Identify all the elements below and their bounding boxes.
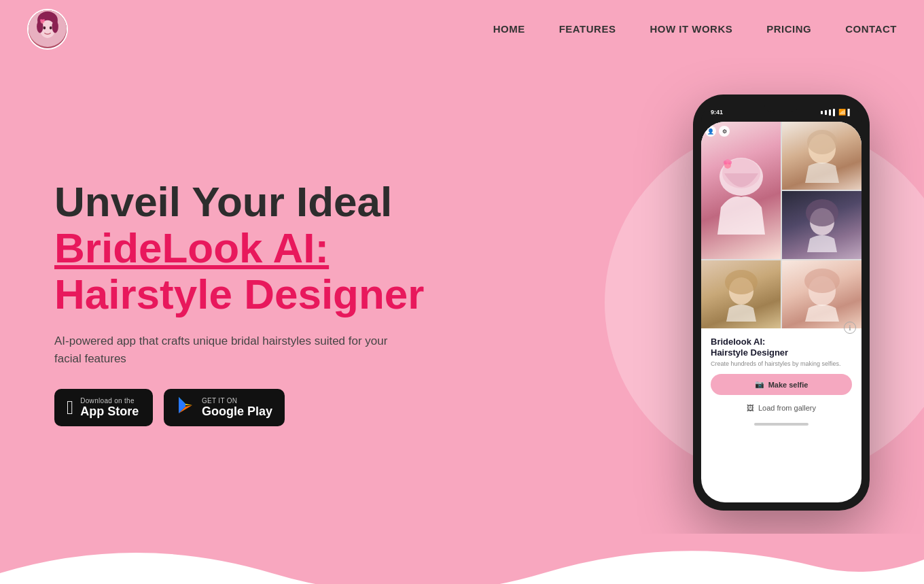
hero-title-line3: Hairstyle Designer <box>54 271 424 317</box>
nav-links: HOME FEATURES HOW IT WORKS PRICING CONTA… <box>493 23 897 35</box>
phone-status-bar: 9:41 📶 ▌ <box>701 103 861 122</box>
nav-item-home[interactable]: HOME <box>493 23 525 35</box>
nav-item-pricing[interactable]: PRICING <box>766 23 811 35</box>
hero-description: AI-powered app that crafts unique bridal… <box>54 332 408 367</box>
signal-bar-2 <box>825 110 827 115</box>
phone-status-icons: 📶 ▌ <box>821 109 852 116</box>
svg-point-27 <box>725 270 758 294</box>
nav-item-how-it-works[interactable]: HOW IT WORKS <box>650 23 732 35</box>
logo[interactable] <box>27 9 68 50</box>
gallery-icon: 🖼 <box>747 404 754 412</box>
face-svg-1 <box>711 146 772 235</box>
signal-bar-1 <box>821 111 823 114</box>
svg-point-5 <box>43 26 46 29</box>
nav-item-contact[interactable]: CONTACT <box>845 23 897 35</box>
phone-app-desc: Create hundreds of hairstyles by making … <box>711 360 852 367</box>
phone-home-indicator <box>754 423 808 426</box>
hero-right: 9:41 📶 ▌ <box>693 95 870 511</box>
hair-photo-3 <box>782 191 861 259</box>
svg-point-4 <box>52 20 58 33</box>
face-area-5 <box>782 260 861 328</box>
wifi-icon: 📶 <box>838 109 846 116</box>
app-store-label-top: Download on the <box>80 397 139 405</box>
logo-image <box>29 9 67 48</box>
camera-icon: 📷 <box>755 380 764 389</box>
phone-mockup: 9:41 📶 ▌ <box>693 95 870 511</box>
google-play-text: GET IT ON Google Play <box>202 397 272 419</box>
hero-section: Unveil Your Ideal BrideLook AI: Hairstyl… <box>0 58 924 534</box>
face-area-2 <box>782 122 861 190</box>
phone-bottom-panel: ℹ Bridelook AI:Hairstyle Designer Create… <box>701 328 861 434</box>
svg-point-9 <box>43 18 46 21</box>
face-svg-3 <box>802 198 842 252</box>
wave-container <box>0 532 924 584</box>
face-svg-4 <box>721 267 762 322</box>
battery-icon: ▌ <box>848 109 852 116</box>
hero-left: Unveil Your Ideal BrideLook AI: Hairstyl… <box>54 179 424 427</box>
signal-bar-4 <box>833 109 835 116</box>
svg-point-29 <box>804 269 840 293</box>
phone-gallery-button[interactable]: 🖼 Load from gallery <box>711 398 852 417</box>
app-store-text: Download on the App Store <box>80 397 139 419</box>
google-play-label-main: Google Play <box>202 405 272 419</box>
phone-selfie-button[interactable]: 📷 Make selfie <box>711 374 852 395</box>
face-area-1 <box>701 122 781 259</box>
wave-svg <box>0 532 924 584</box>
app-store-label-main: App Store <box>80 405 139 419</box>
phone-time: 9:41 <box>711 109 723 116</box>
svg-point-21 <box>726 159 730 163</box>
face-svg-2 <box>802 128 842 183</box>
google-play-icon <box>176 396 195 419</box>
svg-point-25 <box>806 199 838 226</box>
phone-frame: 9:41 📶 ▌ <box>693 95 870 511</box>
phone-notch <box>764 103 798 112</box>
google-play-label-top: GET IT ON <box>202 397 272 405</box>
info-icon: ℹ <box>844 322 856 334</box>
hair-photo-5 <box>782 260 861 328</box>
navbar: HOME FEATURES HOW IT WORKS PRICING CONTA… <box>0 0 924 58</box>
phone-app-title: Bridelook AI:Hairstyle Designer <box>711 337 852 358</box>
hero-title-line2: BrideLook AI: <box>54 225 424 271</box>
svg-point-6 <box>50 26 52 29</box>
face-area-4 <box>701 260 781 328</box>
app-store-button[interactable]:  Download on the App Store <box>54 389 153 426</box>
hair-photo-4 <box>701 260 781 328</box>
hair-photo-1: 👤 ⚙ <box>701 122 781 259</box>
face-svg-5 <box>802 267 842 322</box>
hero-title-line1: Unveil Your Ideal <box>54 179 424 225</box>
apple-icon:  <box>67 397 73 419</box>
hair-photo-2 <box>782 122 861 190</box>
google-play-button[interactable]: GET IT ON Google Play <box>164 389 285 426</box>
app-buttons:  Download on the App Store <box>54 389 424 426</box>
signal-bar-3 <box>829 109 831 116</box>
face-area-3 <box>782 191 861 259</box>
phone-hair-grid: 👤 ⚙ <box>701 122 861 328</box>
nav-item-features[interactable]: FEATURES <box>559 23 616 35</box>
svg-point-23 <box>807 130 837 154</box>
svg-point-8 <box>40 18 43 21</box>
phone-screen: 👤 ⚙ <box>701 122 861 502</box>
